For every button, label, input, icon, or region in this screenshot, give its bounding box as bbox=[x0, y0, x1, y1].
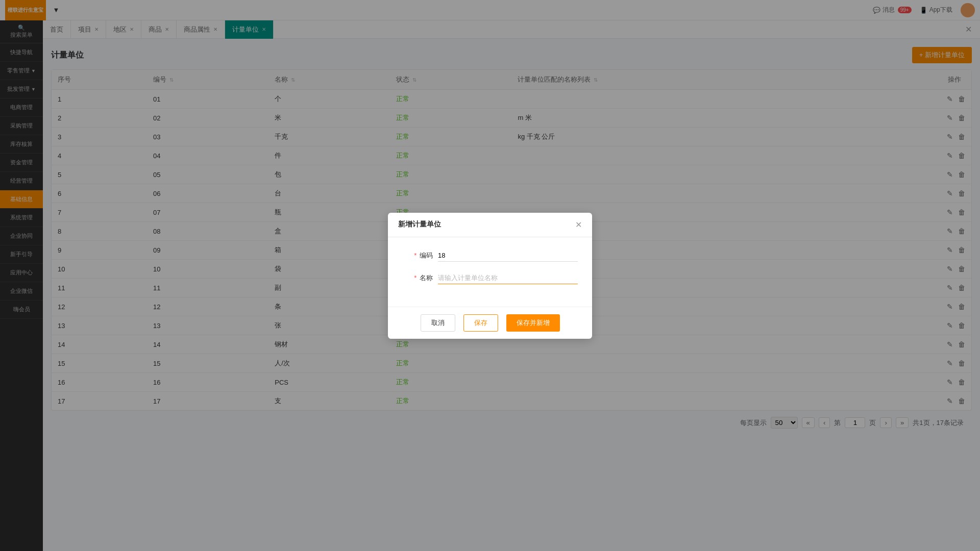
code-label: * 编码 bbox=[402, 251, 433, 260]
code-input[interactable] bbox=[438, 249, 578, 262]
save-new-button[interactable]: 保存并新增 bbox=[506, 314, 560, 332]
save-button[interactable]: 保存 bbox=[463, 314, 498, 332]
name-required-mark: * bbox=[414, 274, 416, 282]
cancel-button[interactable]: 取消 bbox=[421, 314, 455, 332]
modal-close-button[interactable]: ✕ bbox=[575, 220, 582, 230]
name-label: * 名称 bbox=[402, 273, 433, 283]
modal-footer: 取消 保存 保存并新增 bbox=[388, 307, 592, 339]
add-unit-modal: 新增计量单位 ✕ * 编码 * 名称 取消 保存 保存并新增 bbox=[388, 213, 592, 339]
name-form-row: * 名称 bbox=[402, 272, 578, 284]
modal-title: 新增计量单位 bbox=[398, 220, 441, 229]
name-input[interactable] bbox=[438, 272, 578, 284]
modal-body: * 编码 * 名称 bbox=[388, 237, 592, 307]
code-required-mark: * bbox=[414, 252, 416, 259]
modal-overlay[interactable]: 新增计量单位 ✕ * 编码 * 名称 取消 保存 保存并新增 bbox=[0, 0, 980, 551]
code-form-row: * 编码 bbox=[402, 249, 578, 262]
modal-header: 新增计量单位 ✕ bbox=[388, 213, 592, 237]
